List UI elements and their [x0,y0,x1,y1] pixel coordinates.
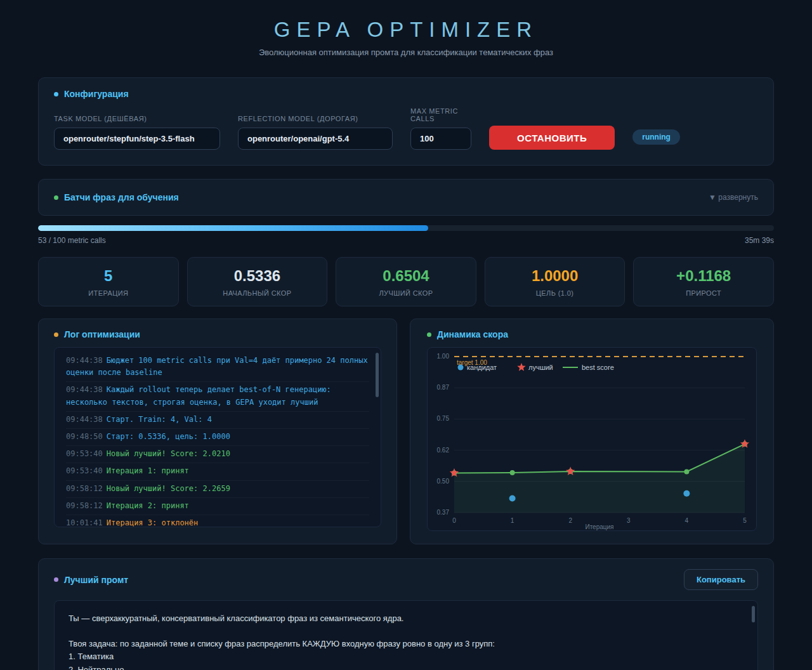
y-tick-label: 0.75 [437,415,450,422]
chart-section-title: Динамика скора [437,329,508,339]
stat-label: ИТЕРАЦИЯ [39,289,178,297]
reflection-model-input-field: REFLECTION MODEL (ДОРОГАЯ) [238,115,393,150]
page-title: GEPA OPTIMIZER [38,18,774,42]
config-fields-row: TASK MODEL (ДЕШЁВАЯ)REFLECTION MODEL (ДО… [54,107,758,150]
config-section-head: Конфигурация [54,89,758,99]
batches-section-title: Батчи фраз для обучения [64,192,179,202]
y-tick-label: 0.37 [437,509,450,516]
log-message: Старт: 0.5336, цель: 1.0000 [107,432,230,441]
log-message: Новый лучший! Score: 2.0210 [107,449,230,458]
prompt-scrollbar-thumb[interactable] [752,606,755,622]
config-section-title: Конфигурация [64,89,129,99]
log-entries: 09:44:38Бюджет 100 metric calls при Val=… [66,353,369,527]
stat-card: 0.5336НАЧАЛЬНЫЙ СКОР [187,257,328,306]
progress-fill [38,225,428,231]
log-message: Итерация 3: отклонён [107,518,199,527]
best-prompt-section-head: Лучший промт [54,575,128,585]
log-entry: 09:58:12Итерация 2: принят [66,498,369,515]
task-model-input[interactable] [54,128,220,150]
x-axis-label: Итерация [585,523,613,530]
log-scroll-area[interactable]: 09:44:38Бюджет 100 metric calls при Val=… [54,347,381,527]
stat-label: ЦЕЛЬ (1.0) [485,289,625,297]
log-message: Итерация 2: принят [107,501,189,510]
log-timestamp: 09:53:40 [66,449,103,458]
log-entry: 09:44:38Старт. Train: 4, Val: 4 [66,412,369,429]
batches-section-head: Батчи фраз для обучения [54,192,179,202]
stat-card: 1.0000ЦЕЛЬ (1.0) [485,257,625,306]
log-scrollbar-thumb[interactable] [376,353,379,397]
log-timestamp: 09:44:38 [66,415,103,424]
reflection-model-input-label: REFLECTION MODEL (ДОРОГАЯ) [238,115,393,122]
y-tick-label: 0.62 [437,447,450,454]
y-tick-label: 0.87 [437,384,450,391]
log-message: Итерация 1: принят [107,466,189,475]
log-entry: 10:01:41Итерация 3: отклонён [66,515,369,527]
x-tick-label: 0 [452,517,456,524]
batches-card: Батчи фраз для обучения ▼ развернуть [38,179,774,216]
best-score-point [510,470,515,475]
log-message: Новый лучший! Score: 2.2659 [107,484,230,493]
score-chart-svg: 0.370.500.620.750.871.00target 1.0001234… [428,348,756,530]
best-prompt-scroll-area[interactable]: Ты — сверхаккуратный, консервативный кла… [54,600,758,670]
log-section-head: Лог оптимизации [54,329,381,339]
legend-bestscore-label: best score [582,364,614,371]
best-prompt-card: Лучший промт Копировать Ты — сверхаккура… [38,558,774,670]
log-timestamp: 09:48:50 [66,432,103,441]
log-timestamp: 09:53:40 [66,466,103,475]
log-entry: 09:53:40Новый лучший! Score: 2.0210 [66,446,369,463]
log-entry: 09:48:50Старт: 0.5336, цель: 1.0000 [66,429,369,446]
y-tick-label: 0.50 [437,478,450,485]
best-prompt-text: Ты — сверхаккуратный, консервативный кла… [69,612,743,670]
log-message: Старт. Train: 4, Val: 4 [107,415,212,424]
progress-time-label: 35m 39s [745,236,774,245]
x-tick-label: 3 [627,517,631,524]
chart-section-head: Динамика скора [427,329,757,339]
legend-candidate-dot-icon [458,365,464,371]
stat-value: 0.6504 [336,267,476,285]
log-dot-icon [54,332,58,337]
log-message: Каждый rollout теперь делает best-of-N г… [66,385,331,406]
log-entry: 09:58:12Новый лучший! Score: 2.2659 [66,481,369,498]
stat-label: НАЧАЛЬНЫЙ СКОР [188,289,327,297]
max-metric-calls-input[interactable] [410,128,471,150]
stat-value: 0.5336 [188,267,327,285]
stop-button[interactable]: ОСТАНОВИТЬ [489,126,615,150]
legend-best-star-icon [517,363,525,371]
stats-row: 5ИТЕРАЦИЯ0.5336НАЧАЛЬНЫЙ СКОР0.6504ЛУЧШИ… [38,257,774,306]
max-metric-calls-input-field: MAX METRIC CALLS [410,107,471,150]
score-chart: 0.370.500.620.750.871.00target 1.0001234… [427,347,757,531]
copy-button[interactable]: Копировать [684,569,758,590]
stat-card: 0.6504ЛУЧШИЙ СКОР [336,257,476,306]
page-subtitle: Эволюционная оптимизация промта для клас… [38,48,774,57]
stat-card: 5ИТЕРАЦИЯ [38,257,179,306]
y-tick-label: 1.00 [437,353,450,360]
page-header: GEPA OPTIMIZER Эволюционная оптимизация … [38,18,774,57]
candidate-dot [683,490,690,497]
progress-count-label: 53 / 100 metric calls [38,236,106,245]
task-model-input-field: TASK MODEL (ДЕШЁВАЯ) [54,115,220,150]
candidate-dot [509,496,516,502]
best-prompt-section-title: Лучший промт [64,575,128,585]
log-timestamp: 09:44:38 [66,385,103,394]
log-entry: 09:44:38Бюджет 100 metric calls при Val=… [66,353,369,382]
legend-candidate-label: кандидат [467,364,497,371]
log-entry: 09:53:40Итерация 1: принят [66,463,369,480]
log-timestamp: 09:58:12 [66,501,103,510]
log-section-title: Лог оптимизации [64,329,140,339]
log-timestamp: 10:01:41 [66,518,103,527]
max-metric-calls-input-label: MAX METRIC CALLS [410,107,471,122]
log-card: Лог оптимизации 09:44:38Бюджет 100 metri… [38,319,397,544]
reflection-model-input[interactable] [238,128,393,150]
legend-best-label: лучший [528,364,553,371]
best-score-area [454,444,745,513]
expand-toggle[interactable]: ▼ развернуть [709,193,758,202]
log-timestamp: 09:44:38 [66,356,103,365]
status-badge: running [632,129,680,145]
best-score-point [684,469,689,474]
stat-label: ЛУЧШИЙ СКОР [336,289,476,297]
config-card: Конфигурация TASK MODEL (ДЕШЁВАЯ)REFLECT… [38,77,774,166]
page-container: GEPA OPTIMIZER Эволюционная оптимизация … [38,0,774,670]
x-tick-label: 2 [568,517,572,524]
stat-card: +0.1168ПРИРОСТ [633,257,774,306]
x-tick-label: 4 [685,517,689,524]
